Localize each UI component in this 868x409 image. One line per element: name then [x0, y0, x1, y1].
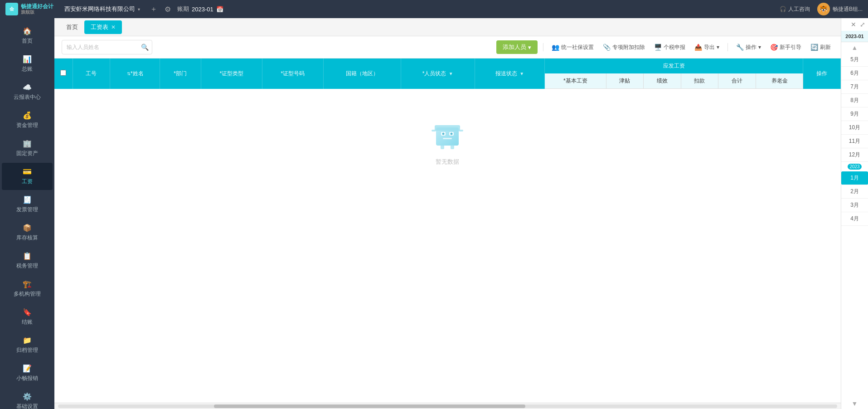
toolbar: 🔍 添加人员 ▾ 👥 统一社保设置 📎 专项附加扣除 🖥️ 个税申报 [54, 36, 841, 58]
tax-declare-label: 个税申报 [664, 44, 685, 51]
sidebar-item-label: 结账 [22, 318, 33, 326]
col-checkbox[interactable] [54, 58, 73, 89]
export-button[interactable]: 📤 导出 ▾ [692, 42, 722, 53]
month-7[interactable]: 7月 [841, 80, 868, 94]
search-button[interactable]: 🔍 [141, 44, 149, 51]
panel-close-button[interactable]: ✕ [850, 20, 857, 29]
tax-declare-button[interactable]: 🖥️ 个税申报 [651, 42, 688, 53]
sidebar-item-ledger[interactable]: 📊 总账 [2, 50, 53, 78]
svg-point-4 [442, 133, 445, 135]
sidebar-item-archive[interactable]: 📁 归档管理 [2, 331, 53, 359]
tab-payroll-table[interactable]: 工资表 ✕ [84, 20, 122, 34]
month-10[interactable]: 10月 [841, 121, 868, 135]
sidebar-item-fixed-assets[interactable]: 🏢 固定资产 [2, 135, 53, 162]
month-11[interactable]: 11月 [841, 135, 868, 148]
account-period-label: 账期 [177, 5, 189, 13]
sidebar-item-home[interactable]: 🏠 首页 [2, 22, 53, 49]
month-2[interactable]: 2月 [841, 185, 868, 199]
guide-btn-icon: 🎯 [770, 44, 778, 51]
year-badge: 2023 [848, 164, 861, 170]
select-all-checkbox[interactable] [60, 70, 66, 76]
sidebar-item-tax[interactable]: 📋 税务管理 [2, 247, 53, 274]
month-12[interactable]: 12月 [841, 148, 868, 162]
sidebar-item-multi-org[interactable]: 🏗️ 多机构管理 [2, 275, 53, 302]
col-country: 国籍（地区） [324, 58, 401, 89]
calendar-icon[interactable]: 📅 [216, 6, 223, 13]
bottom-scrollbar[interactable] [54, 403, 841, 409]
sidebar-item-cloud-report[interactable]: ☁️ 云报表中心 [2, 78, 53, 106]
col-id-no: *证型号码 [262, 58, 323, 89]
sidebar-item-settings[interactable]: ⚙️ 基础设置 [2, 388, 53, 409]
month-3[interactable]: 3月 [841, 199, 868, 212]
special-deduction-icon: 📎 [603, 44, 611, 51]
company-selector[interactable]: 西安虾米网络科技有限公司 ▾ [64, 5, 140, 13]
settle-icon: 🔖 [23, 308, 32, 316]
guide-button[interactable]: 🎯 新手引导 [767, 42, 804, 53]
multi-org-icon: 🏗️ [23, 280, 32, 288]
nav-up-button[interactable]: ▲ [841, 42, 868, 53]
table-container: 工号 ⇅*姓名 *部门 *证型类型 *证型号码 国籍（地区） *人员状态 ▼ 报… [54, 58, 841, 403]
declare-status-filter-icon[interactable]: ▼ [519, 71, 524, 76]
ledger-icon: 📊 [23, 55, 32, 63]
header-right: 🎧 人工咨询 🐯 畅捷通B组... [780, 3, 863, 15]
sidebar-item-expense[interactable]: 📝 小畅报销 [2, 360, 53, 387]
panel-expand-button[interactable]: ⤢ [859, 20, 866, 29]
col-total: 合计 [718, 73, 756, 89]
empty-row: 暂无数据 [54, 89, 841, 194]
sidebar-item-payroll[interactable]: 💳 工资 [2, 163, 53, 190]
export-icon: 📤 [694, 44, 702, 51]
col-dept: *部门 [160, 58, 201, 89]
person-status-filter-icon[interactable]: ▼ [449, 71, 453, 76]
tab-home[interactable]: 首页 [60, 20, 84, 34]
empty-text: 暂无数据 [436, 158, 459, 166]
service-button[interactable]: 🎧 人工咨询 [780, 5, 810, 13]
scrollbar-thumb[interactable] [214, 404, 526, 408]
month-1-active[interactable]: 1月 [841, 171, 868, 185]
scrollbar-track[interactable] [58, 404, 837, 408]
table-header-row-1: 工号 ⇅*姓名 *部门 *证型类型 *证型号码 国籍（地区） *人员状态 ▼ 报… [54, 58, 841, 73]
sidebar-item-label: 总账 [22, 65, 33, 73]
add-company-button[interactable]: ＋ [148, 4, 159, 15]
refresh-label: 刷新 [820, 44, 831, 51]
operations-button[interactable]: 🔧 操作 ▾ [733, 42, 764, 53]
sidebar-item-fund[interactable]: 💰 资金管理 [2, 107, 53, 134]
divider-2 [727, 43, 728, 51]
inventory-icon: 📦 [23, 224, 32, 232]
table-body: 暂无数据 [54, 89, 841, 194]
tab-bar: 首页 工资表 ✕ [54, 18, 841, 36]
logo-area: 会 畅捷通好会计 旗舰版 [5, 3, 60, 15]
month-8[interactable]: 8月 [841, 94, 868, 107]
month-4[interactable]: 4月 [841, 212, 868, 226]
sidebar-item-settle[interactable]: 🔖 结账 [2, 303, 53, 331]
col-name: ⇅*姓名 [110, 58, 160, 89]
col-action: 操作 [803, 58, 841, 89]
payroll-icon: 💳 [23, 167, 32, 176]
logo-icon: 会 [5, 3, 18, 15]
sidebar-item-inventory[interactable]: 📦 库存核算 [2, 219, 53, 246]
archive-icon: 📁 [23, 336, 32, 345]
search-input[interactable] [62, 40, 152, 54]
user-area[interactable]: 🐯 畅捷通B组... [817, 3, 863, 15]
nav-down-button[interactable]: ▼ [841, 398, 868, 409]
empty-state: 暂无数据 [54, 89, 841, 193]
month-5[interactable]: 5月 [841, 53, 868, 67]
month-9[interactable]: 9月 [841, 107, 868, 121]
chevron-down-icon: ▾ [138, 7, 140, 12]
svg-rect-6 [443, 138, 452, 139]
social-security-button[interactable]: 👥 统一社保设置 [549, 42, 596, 53]
refresh-icon: 🔄 [810, 44, 818, 51]
add-people-label: 添加人员 [503, 43, 526, 51]
operations-label: 操作 [746, 44, 756, 51]
sidebar-item-label: 归档管理 [16, 346, 38, 354]
special-deduction-button[interactable]: 📎 专项附加扣除 [600, 42, 648, 53]
refresh-button[interactable]: 🔄 刷新 [808, 42, 834, 53]
payroll-table: 工号 ⇅*姓名 *部门 *证型类型 *证型号码 国籍（地区） *人员状态 ▼ 报… [54, 58, 841, 193]
sidebar-item-invoice[interactable]: 🧾 发票管理 [2, 191, 53, 218]
divider-1 [543, 43, 543, 51]
tab-close-icon[interactable]: ✕ [111, 24, 116, 30]
add-people-button[interactable]: 添加人员 ▾ [496, 40, 538, 54]
settings-button[interactable]: ⚙ [163, 4, 173, 15]
header-actions: ＋ ⚙ [148, 4, 173, 15]
month-6[interactable]: 6月 [841, 67, 868, 80]
user-name: 畅捷通B组... [833, 5, 863, 13]
